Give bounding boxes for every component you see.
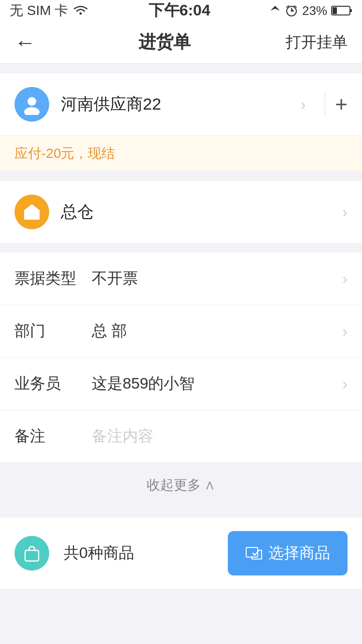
cart-icon-circle <box>14 536 49 571</box>
svg-rect-2 <box>350 9 352 12</box>
remark-input[interactable]: 备注内容 <box>82 426 348 447</box>
select-product-label: 选择商品 <box>268 543 330 564</box>
product-count-label: 共0种商品 <box>64 543 213 564</box>
warehouse-name: 总仓 <box>61 201 342 223</box>
warehouse-chevron-icon: › <box>342 203 348 221</box>
remark-row[interactable]: 备注 备注内容 <box>0 410 362 462</box>
svg-rect-3 <box>333 7 337 14</box>
staff-chevron-icon: › <box>342 375 348 393</box>
battery-label: 23% <box>302 3 327 18</box>
select-product-icon <box>245 546 263 561</box>
staff-value: 这是859的小智 <box>82 373 342 394</box>
back-button[interactable]: ← <box>14 30 43 55</box>
page-title: 进货单 <box>139 30 191 54</box>
svg-marker-6 <box>23 204 41 220</box>
dept-row[interactable]: 部门 总 部 › <box>0 305 362 358</box>
wifi-icon <box>72 4 89 17</box>
top-divider <box>0 64 362 73</box>
house-icon <box>22 203 42 221</box>
svg-rect-8 <box>246 547 258 557</box>
dept-value: 总 部 <box>82 321 342 342</box>
warehouse-icon <box>14 195 49 229</box>
location-icon <box>269 5 281 16</box>
status-left: 无 SIM 卡 <box>10 1 89 20</box>
supplier-section: 河南供应商22 › + 应付-20元，现结 <box>0 73 362 171</box>
status-right: 23% <box>269 3 352 18</box>
collapse-button[interactable]: 收起更多 ∧ <box>0 462 362 508</box>
invoice-value: 不开票 <box>82 268 342 289</box>
warehouse-row[interactable]: 总仓 › <box>0 181 362 243</box>
svg-point-5 <box>24 107 40 115</box>
svg-point-4 <box>28 97 36 106</box>
alarm-icon <box>285 4 298 17</box>
supplier-chevron-icon: › <box>301 96 306 113</box>
staff-label: 业务员 <box>14 373 82 394</box>
person-icon <box>21 94 42 115</box>
open-pending-button[interactable]: 打开挂单 <box>286 32 348 53</box>
invoice-label: 票据类型 <box>14 268 82 289</box>
warehouse-section: 总仓 › <box>0 181 362 243</box>
notice-text: 应付-20元，现结 <box>14 146 115 161</box>
invoice-chevron-icon: › <box>342 270 348 288</box>
add-supplier-button[interactable]: + <box>325 92 348 116</box>
carrier-label: 无 SIM 卡 <box>10 1 68 20</box>
remark-label: 备注 <box>14 426 82 447</box>
dept-label: 部门 <box>14 321 82 342</box>
invoice-row[interactable]: 票据类型 不开票 › <box>0 252 362 305</box>
select-product-button[interactable]: 选择商品 <box>228 531 348 575</box>
bottom-section: 共0种商品 选择商品 <box>0 518 362 589</box>
notice-row: 应付-20元，现结 <box>0 136 362 171</box>
nav-bar: ← 进货单 打开挂单 <box>0 21 362 64</box>
shopping-bag-icon <box>21 544 42 563</box>
form-section: 票据类型 不开票 › 部门 总 部 › 业务员 这是859的小智 › 备注 备注… <box>0 252 362 462</box>
supplier-avatar <box>14 87 49 122</box>
svg-rect-7 <box>25 550 39 561</box>
supplier-row[interactable]: 河南供应商22 › + <box>0 73 362 136</box>
battery-icon <box>331 5 352 16</box>
mid-divider1 <box>0 171 362 181</box>
status-bar: 无 SIM 卡 下午6:04 23% <box>0 0 362 21</box>
status-time: 下午6:04 <box>149 0 210 21</box>
supplier-name: 河南供应商22 <box>61 93 301 115</box>
dept-chevron-icon: › <box>342 322 348 340</box>
page-background <box>0 589 362 644</box>
staff-row[interactable]: 业务员 这是859的小智 › <box>0 358 362 410</box>
